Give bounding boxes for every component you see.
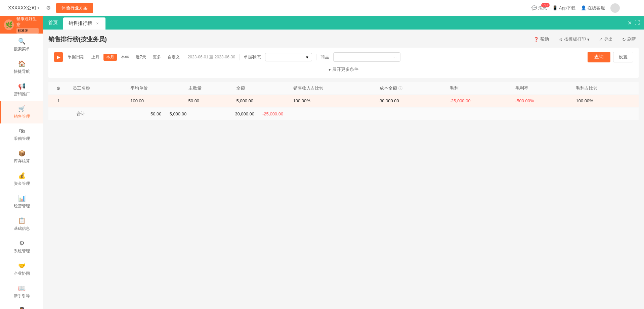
filter-separator bbox=[239, 54, 240, 60]
footer-gross-profit: -25,000.00 bbox=[258, 111, 287, 116]
sidebar-item-label: 企业协同 bbox=[14, 271, 30, 276]
more-btn[interactable]: 更多 bbox=[150, 54, 164, 61]
table-footer: 合计 50.00 5,000.00 30,000.00 -25,000.00 bbox=[48, 107, 639, 120]
cell-cost-amount: 30,000.00 bbox=[376, 95, 446, 107]
tab-sales-ranking[interactable]: 销售排行榜 × bbox=[63, 17, 105, 30]
company-selector[interactable]: XXXXXX公司 ▾ bbox=[5, 4, 42, 12]
marketing-icon: 📢 bbox=[18, 83, 26, 90]
service-icon: 👤 bbox=[581, 5, 586, 10]
last-month-btn[interactable]: 上月 bbox=[89, 54, 102, 61]
avatar-name[interactable] bbox=[625, 3, 639, 13]
sidebar-item-inventory[interactable]: 📦 库存核算 bbox=[0, 146, 43, 168]
sidebar-item-base[interactable]: 📋 基础信息 bbox=[0, 213, 43, 236]
apps-icon: 📱 bbox=[18, 307, 26, 309]
tab-maximize-icon[interactable]: ⛶ bbox=[635, 20, 640, 26]
sidebar-item-label: 基础信息 bbox=[14, 226, 30, 231]
tab-close-all-icon[interactable]: ✕ bbox=[628, 20, 632, 26]
online-service-label: 在线客服 bbox=[588, 5, 605, 11]
custom-btn[interactable]: 自定义 bbox=[165, 54, 182, 61]
cell-amount: 5,000.00 bbox=[232, 95, 289, 107]
home-icon: 🏠 bbox=[18, 60, 26, 67]
trial-btn[interactable]: 体验行业方案 bbox=[56, 3, 93, 13]
tab-active-label: 销售排行榜 bbox=[69, 20, 92, 27]
purchase-icon: 🛍 bbox=[19, 127, 25, 135]
cell-main-qty: 50.00 bbox=[184, 95, 232, 107]
refresh-btn[interactable]: ↻ 刷新 bbox=[619, 35, 639, 44]
cell-sales-ratio: 100.00% bbox=[289, 95, 376, 107]
page-header: 销售排行榜(按业务员) ❓ 帮助 🖨 按模板打印 ▾ ↗ 导出 bbox=[48, 35, 639, 44]
chevron-down-icon: ▾ bbox=[38, 6, 39, 10]
sidebar-item-finance[interactable]: 💰 资金管理 bbox=[0, 168, 43, 191]
footer-cost-amount: 30,000.00 bbox=[231, 111, 258, 116]
query-btn[interactable]: 查询 bbox=[588, 52, 610, 62]
page-title: 销售排行榜(按业务员) bbox=[48, 35, 107, 43]
sidebar-item-label: 采购管理 bbox=[14, 136, 30, 142]
tab-home[interactable]: 首页 bbox=[43, 16, 63, 30]
arrow-icon: ▶ bbox=[57, 54, 60, 60]
export-icon: ↗ bbox=[599, 37, 603, 42]
goods-label: 商品 bbox=[320, 54, 329, 60]
sidebar-item-sales[interactable]: 🛒 销售管理 bbox=[0, 101, 43, 123]
tab-bar: 首页 销售排行榜 × ✕ ⛶ bbox=[43, 16, 644, 30]
sidebar-item-ops[interactable]: 📊 经营管理 bbox=[0, 191, 43, 213]
ops-icon: 📊 bbox=[18, 195, 26, 202]
cell-gross-rate: -500.00% bbox=[511, 95, 572, 107]
sidebar-item-quicknav[interactable]: 🏠 快捷导航 bbox=[0, 56, 43, 79]
date-range-display: 2023-06-01 至 2023-06-30 bbox=[188, 54, 235, 60]
avatar[interactable] bbox=[610, 3, 620, 13]
table-row: 1 100.00 50.00 5,000.00 100.00% 30,000.0… bbox=[48, 95, 639, 107]
goods-input[interactable]: ··· bbox=[333, 52, 400, 62]
sidebar-item-collab[interactable]: 🤝 企业协同 bbox=[0, 258, 43, 280]
col-amount: 全额 bbox=[232, 82, 289, 95]
sidebar-item-purchase[interactable]: 🛍 采购管理 bbox=[0, 123, 43, 146]
this-year-btn[interactable]: 本年 bbox=[118, 54, 132, 61]
company-settings-icon[interactable]: ⚙ bbox=[46, 5, 51, 11]
finance-icon: 💰 bbox=[18, 172, 26, 179]
company-name: XXXXXX公司 bbox=[8, 5, 36, 11]
footer-total-label: 合计 bbox=[73, 111, 113, 117]
sales-icon: 🛒 bbox=[18, 105, 26, 112]
dots-icon[interactable]: ··· bbox=[392, 54, 397, 60]
base-icon: 📋 bbox=[18, 217, 26, 224]
col-gross-ratio: 毛利占比% bbox=[572, 82, 639, 95]
filter-expand-arrow[interactable]: ▶ bbox=[54, 52, 63, 62]
top-bar: XXXXXX公司 ▾ ⚙ 体验行业方案 💬 消息 99+ 📱 App下载 👤 在… bbox=[0, 0, 644, 16]
col-settings[interactable]: ⚙ bbox=[48, 82, 69, 95]
cell-rank: 1 bbox=[48, 95, 69, 107]
search-icon: 🔍 bbox=[18, 38, 26, 45]
sidebar-item-guide[interactable]: 📖 新手引导 bbox=[0, 280, 43, 303]
filter-separator-2 bbox=[316, 54, 316, 60]
expand-more-btn[interactable]: ▾ 展开更多条件 bbox=[54, 65, 633, 74]
status-label: 单据状态 bbox=[244, 54, 261, 60]
status-select[interactable]: ▾ bbox=[265, 53, 312, 61]
footer-amount: 5,000.00 bbox=[166, 111, 191, 116]
last-7-days-btn[interactable]: 近7天 bbox=[133, 54, 149, 61]
col-settings-icon[interactable]: ⚙ bbox=[56, 86, 60, 91]
sidebar-logo: 🌿 畅康通好生意 标准版 bbox=[0, 16, 43, 34]
this-month-btn[interactable]: 本月 bbox=[103, 54, 117, 61]
sidebar-item-marketing[interactable]: 📢 营销推广 bbox=[0, 79, 43, 101]
inventory-icon: 📦 bbox=[18, 150, 26, 157]
app-download-btn[interactable]: 📱 App下载 bbox=[552, 5, 575, 11]
template-print-btn[interactable]: 🖨 按模板打印 ▾ bbox=[556, 35, 592, 44]
app-download-label: App下载 bbox=[559, 5, 575, 11]
sidebar-item-label: 库存核算 bbox=[14, 158, 30, 164]
sidebar-item-label: 快捷导航 bbox=[14, 69, 30, 74]
sidebar-item-search[interactable]: 🔍 搜索菜单 bbox=[0, 34, 43, 56]
date-label: 单据日期 bbox=[67, 54, 85, 60]
cost-info-icon[interactable]: ⓘ bbox=[398, 86, 402, 91]
help-btn[interactable]: ❓ 帮助 bbox=[531, 35, 552, 44]
message-icon: 💬 bbox=[531, 5, 537, 10]
settings-btn[interactable]: 设置 bbox=[613, 52, 633, 62]
sidebar-item-system[interactable]: ⚙ 系统管理 bbox=[0, 236, 43, 258]
guide-icon: 📖 bbox=[18, 285, 26, 292]
sidebar: 🌿 畅康通好生意 标准版 🔍 搜索菜单 🏠 快捷导航 📢 营销推广 🛒 销售管理… bbox=[0, 16, 43, 309]
tab-close-icon[interactable]: × bbox=[95, 21, 100, 26]
export-btn[interactable]: ↗ 导出 bbox=[596, 35, 615, 44]
sidebar-item-label: 资金管理 bbox=[14, 181, 30, 187]
sidebar-item-apps[interactable]: 📱 应用中心 bbox=[0, 303, 43, 309]
online-service-btn[interactable]: 👤 在线客服 bbox=[581, 5, 605, 11]
notification-btn[interactable]: 💬 消息 99+ bbox=[531, 5, 547, 11]
template-print-label: 按模板打印 bbox=[564, 36, 586, 42]
filter-area: ▶ 单据日期 上月 本月 本年 近7天 更多 自定义 2023-06-01 至 … bbox=[48, 48, 639, 78]
